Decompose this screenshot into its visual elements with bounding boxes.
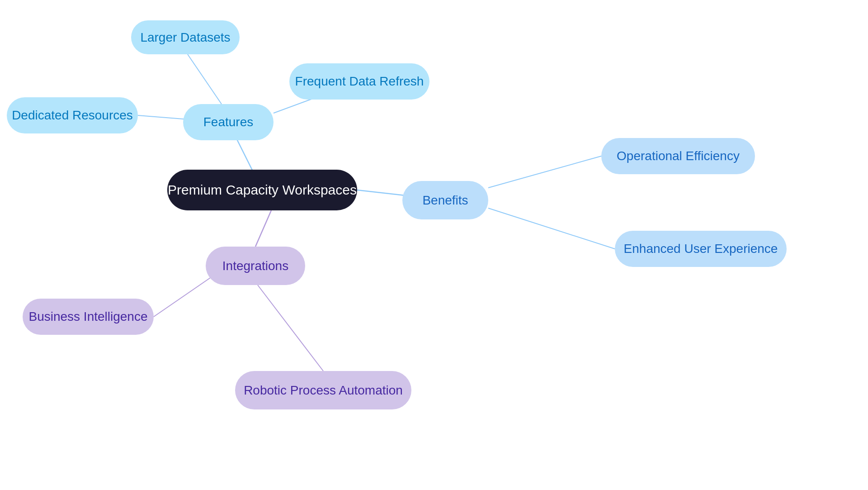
frequent-data-refresh-node: Frequent Data Refresh — [289, 63, 429, 100]
features-node: Features — [183, 104, 274, 140]
business-intelligence-label: Business Intelligence — [28, 309, 147, 324]
operational-efficiency-node: Operational Efficiency — [601, 138, 755, 174]
enhanced-user-experience-label: Enhanced User Experience — [624, 242, 778, 256]
svg-line-9 — [258, 285, 323, 371]
frequent-data-refresh-label: Frequent Data Refresh — [295, 74, 424, 89]
features-label: Features — [203, 115, 254, 129]
robotic-process-automation-node: Robotic Process Automation — [235, 371, 411, 409]
center-node: Premium Capacity Workspaces — [167, 170, 357, 210]
dedicated-resources-label: Dedicated Resources — [12, 108, 133, 123]
benefits-label: Benefits — [422, 193, 468, 208]
svg-line-6 — [488, 208, 615, 249]
robotic-process-automation-label: Robotic Process Automation — [244, 383, 403, 398]
integrations-node: Integrations — [206, 247, 305, 285]
operational-efficiency-label: Operational Efficiency — [617, 149, 740, 163]
benefits-node: Benefits — [402, 181, 488, 219]
dedicated-resources-node: Dedicated Resources — [7, 97, 138, 133]
svg-line-1 — [188, 54, 222, 104]
svg-line-5 — [488, 156, 601, 188]
svg-line-7 — [255, 210, 271, 247]
larger-datasets-label: Larger Datasets — [140, 30, 230, 45]
larger-datasets-node: Larger Datasets — [131, 20, 240, 54]
integrations-label: Integrations — [222, 259, 288, 273]
enhanced-user-experience-node: Enhanced User Experience — [615, 231, 787, 267]
center-label: Premium Capacity Workspaces — [168, 182, 357, 198]
business-intelligence-node: Business Intelligence — [23, 299, 154, 335]
